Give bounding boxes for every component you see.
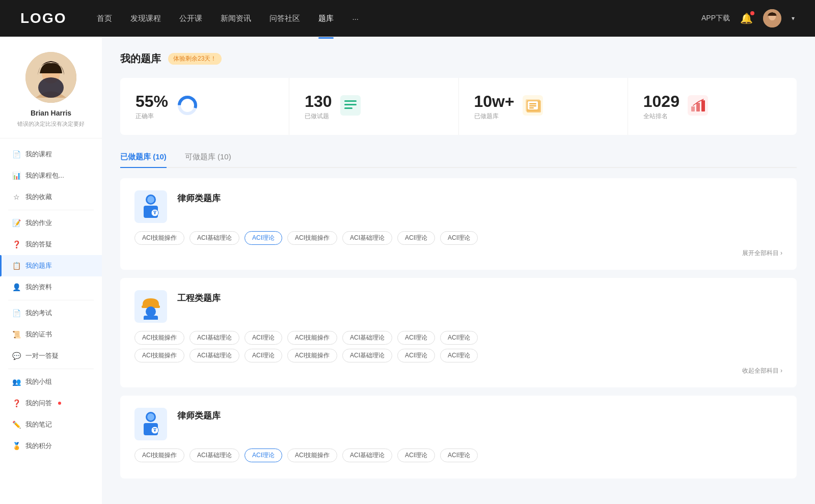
sidebar-divider-2 bbox=[8, 300, 94, 300]
qbank-card-header-lawyer2: 律师类题库 bbox=[134, 408, 782, 440]
stat-done-qbanks-value: 10w+ bbox=[474, 92, 514, 111]
sidebar-item-label: 我的考试 bbox=[25, 309, 52, 318]
stat-done-questions-text: 130 已做试题 bbox=[305, 92, 332, 121]
sidebar-item-group[interactable]: 👥 我的小组 bbox=[0, 371, 102, 393]
svg-rect-19 bbox=[529, 107, 534, 108]
svg-rect-10 bbox=[344, 100, 357, 102]
sidebar-item-label: 我的课程 bbox=[25, 150, 52, 159]
my-qa-icon: ❓ bbox=[12, 399, 20, 407]
tag[interactable]: ACI基础理论 bbox=[189, 449, 239, 462]
tag[interactable]: ACI技能操作 bbox=[287, 349, 337, 362]
expand-link-lawyer1[interactable]: 展开全部科目 › bbox=[134, 249, 782, 258]
stat-accuracy-value: 55% bbox=[135, 92, 168, 111]
tag[interactable]: ACI技能操作 bbox=[134, 231, 184, 245]
tag[interactable]: ACI理论 bbox=[397, 231, 435, 245]
collapse-link-engineer[interactable]: 收起全部科目 › bbox=[134, 367, 782, 375]
homework-icon: 📝 bbox=[12, 219, 20, 227]
tag-active[interactable]: ACI理论 bbox=[244, 231, 282, 245]
notification-bell[interactable]: 🔔 bbox=[740, 12, 753, 24]
tag[interactable]: ACI理论 bbox=[397, 449, 435, 462]
tag[interactable]: ACI理论 bbox=[440, 349, 478, 362]
stat-accuracy-label: 正确率 bbox=[135, 113, 154, 120]
tag[interactable]: ACI理论 bbox=[397, 349, 435, 362]
app-download-button[interactable]: APP下载 bbox=[701, 14, 730, 23]
tag[interactable]: ACI基础理论 bbox=[189, 349, 239, 362]
course-icon: 📄 bbox=[12, 150, 20, 158]
tag[interactable]: ACI基础理论 bbox=[189, 331, 239, 345]
stat-accuracy: 55% 正确率 bbox=[120, 78, 289, 135]
sidebar-item-homework[interactable]: 📝 我的作业 bbox=[0, 212, 102, 234]
tag-active[interactable]: ACI理论 bbox=[244, 449, 282, 462]
sidebar-item-one-on-one[interactable]: 💬 一对一答疑 bbox=[0, 345, 102, 367]
navbar-nav: 首页 发现课程 公开课 新闻资讯 问答社区 题库 ··· bbox=[97, 12, 701, 25]
stat-done-questions-value: 130 bbox=[305, 92, 332, 111]
qbank-card-header-engineer: 工程类题库 bbox=[134, 290, 782, 323]
svg-rect-17 bbox=[529, 103, 536, 104]
sidebar-item-my-course[interactable]: 📄 我的课程 bbox=[0, 144, 102, 165]
nav-qbank[interactable]: 题库 bbox=[318, 12, 334, 25]
user-avatar[interactable] bbox=[763, 9, 781, 27]
tag[interactable]: ACI理论 bbox=[244, 349, 282, 362]
nav-more[interactable]: ··· bbox=[352, 12, 359, 25]
tag[interactable]: ACI基础理论 bbox=[342, 331, 392, 345]
nav-home[interactable]: 首页 bbox=[97, 12, 112, 25]
navbar: LOGO 首页 发现课程 公开课 新闻资讯 问答社区 题库 ··· APP下载 … bbox=[0, 0, 815, 37]
user-menu-chevron[interactable]: ▾ bbox=[792, 15, 795, 22]
questions-icon: ❓ bbox=[12, 240, 20, 248]
tag[interactable]: ACI理论 bbox=[244, 331, 282, 345]
course-package-icon: 📊 bbox=[12, 172, 20, 180]
stats-row: 55% 正确率 130 已做试题 bbox=[120, 78, 797, 135]
tag[interactable]: ACI理论 bbox=[440, 449, 478, 462]
tab-done-qbank[interactable]: 已做题库 (10) bbox=[120, 147, 167, 167]
tag[interactable]: ACI基础理论 bbox=[342, 449, 392, 462]
tag[interactable]: ACI基础理论 bbox=[189, 231, 239, 245]
svg-rect-12 bbox=[344, 107, 352, 109]
stat-done-questions: 130 已做试题 bbox=[289, 78, 458, 135]
title-text-lawyer1: 律师类题库 bbox=[177, 192, 221, 204]
tag[interactable]: ACI基础理论 bbox=[342, 349, 392, 362]
sidebar-item-questions[interactable]: ❓ 我的答疑 bbox=[0, 234, 102, 255]
nav-discover[interactable]: 发现课程 bbox=[130, 12, 161, 25]
sidebar-item-points[interactable]: 🏅 我的积分 bbox=[0, 435, 102, 457]
tag[interactable]: ACI技能操作 bbox=[134, 449, 184, 462]
nav-qa[interactable]: 问答社区 bbox=[269, 12, 300, 25]
qbank-title-lawyer1: 律师类题库 bbox=[177, 190, 221, 204]
tag[interactable]: ACI技能操作 bbox=[287, 449, 337, 462]
tag[interactable]: ACI理论 bbox=[440, 231, 478, 245]
qbank-card-lawyer1: 律师类题库 ACI技能操作 ACI基础理论 ACI理论 ACI技能操作 ACI基… bbox=[120, 178, 797, 270]
nav-opencourse[interactable]: 公开课 bbox=[179, 12, 202, 25]
tag[interactable]: ACI理论 bbox=[397, 331, 435, 345]
sidebar-item-exam[interactable]: 📄 我的考试 bbox=[0, 302, 102, 324]
sidebar-item-label: 我的小组 bbox=[25, 377, 52, 386]
svg-rect-11 bbox=[344, 104, 357, 105]
tab-available-qbank[interactable]: 可做题库 (10) bbox=[185, 147, 231, 167]
sidebar-item-profile[interactable]: 👤 我的资料 bbox=[0, 276, 102, 298]
tag[interactable]: ACI技能操作 bbox=[287, 231, 337, 245]
sidebar-divider-3 bbox=[8, 369, 94, 369]
svg-rect-22 bbox=[696, 103, 700, 111]
qbank-title-lawyer2: 律师类题库 bbox=[177, 408, 221, 422]
stat-accuracy-text: 55% 正确率 bbox=[135, 92, 168, 121]
favorites-icon: ☆ bbox=[12, 193, 20, 201]
tag[interactable]: ACI理论 bbox=[440, 331, 478, 345]
sidebar-item-course-package[interactable]: 📊 我的课程包... bbox=[0, 165, 102, 186]
tag[interactable]: ACI技能操作 bbox=[134, 331, 184, 345]
sidebar-item-notes[interactable]: ✏️ 我的笔记 bbox=[0, 414, 102, 435]
sidebar-item-label: 我的资料 bbox=[25, 283, 52, 292]
tag[interactable]: ACI技能操作 bbox=[287, 331, 337, 345]
certificate-icon: 📜 bbox=[12, 330, 20, 339]
svg-rect-18 bbox=[529, 105, 536, 106]
tag[interactable]: ACI技能操作 bbox=[134, 349, 184, 362]
sidebar-item-certificate[interactable]: 📜 我的证书 bbox=[0, 324, 102, 345]
sidebar-item-favorites[interactable]: ☆ 我的收藏 bbox=[0, 186, 102, 208]
stat-done-questions-label: 已做试题 bbox=[305, 113, 329, 120]
sidebar-item-my-qa[interactable]: ❓ 我的问答 bbox=[0, 393, 102, 414]
qbank-title-engineer: 工程类题库 bbox=[177, 290, 221, 304]
group-icon: 👥 bbox=[12, 378, 20, 386]
sidebar-item-qbank[interactable]: 📋 我的题库 bbox=[0, 255, 102, 276]
nav-news[interactable]: 新闻资讯 bbox=[221, 12, 251, 25]
engineer-icon bbox=[139, 293, 163, 320]
tag[interactable]: ACI基础理论 bbox=[342, 231, 392, 245]
sidebar-menu: 📄 我的课程 📊 我的课程包... ☆ 我的收藏 📝 我的作业 ❓ 我的答疑 � bbox=[0, 138, 102, 462]
points-icon: 🏅 bbox=[12, 442, 20, 450]
